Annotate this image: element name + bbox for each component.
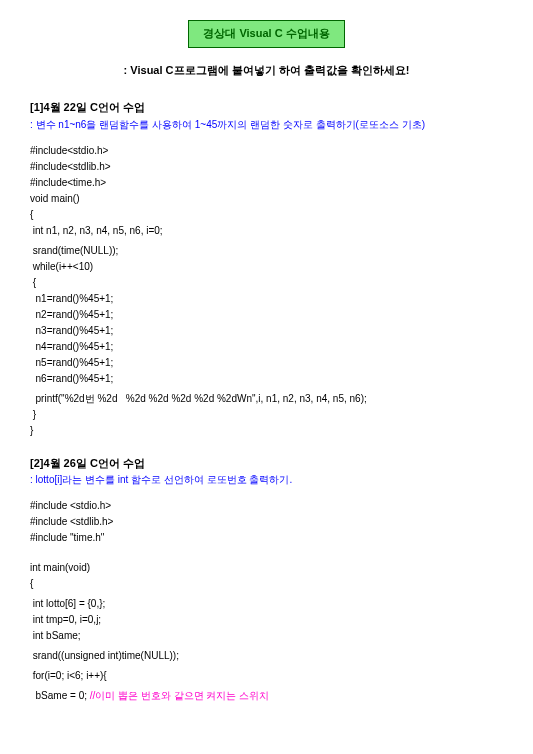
code-line: for(i=0; i<6; i++){	[30, 668, 503, 684]
code-line: printf("%2d번 %2d %2d %2d %2d %2d %2dWn",…	[30, 391, 503, 407]
code-line: n6=rand()%45+1;	[30, 371, 503, 387]
code-line: n3=rand()%45+1;	[30, 323, 503, 339]
code-line: int bSame;	[30, 628, 503, 644]
section2-desc: : lotto[i]라는 변수를 int 함수로 선언하여 로또번호 출력하기.	[30, 472, 503, 488]
code-line: {	[30, 275, 503, 291]
section1-heading: [1]4월 22일 C언어 수업	[30, 99, 503, 117]
section2-code: #include <stdio.h> #include <stdlib.h> #…	[30, 498, 503, 704]
code-line: n2=rand()%45+1;	[30, 307, 503, 323]
code-line: #include<stdlib.h>	[30, 159, 503, 175]
code-comment: //이미 뽑은 번호와 같으면 켜지는 스위치	[90, 690, 269, 701]
code-line: srand((unsigned int)time(NULL));	[30, 648, 503, 664]
code-line: #include<time.h>	[30, 175, 503, 191]
code-text: bSame = 0;	[30, 690, 90, 701]
subtitle: : Visual C프로그램에 붙여넣기 하여 출력값을 확인하세요!	[30, 62, 503, 80]
code-line: }	[30, 423, 503, 439]
code-line: #include <stdlib.h>	[30, 514, 503, 530]
page-title-box: 경상대 Visual C 수업내용	[188, 20, 344, 48]
page-title: 경상대 Visual C 수업내용	[203, 27, 329, 39]
code-line: #include "time.h"	[30, 530, 503, 546]
code-line: int main(void)	[30, 560, 503, 576]
code-line: int tmp=0, i=0,j;	[30, 612, 503, 628]
code-line: void main()	[30, 191, 503, 207]
code-line: {	[30, 207, 503, 223]
code-line: while(i++<10)	[30, 259, 503, 275]
code-line: n5=rand()%45+1;	[30, 355, 503, 371]
code-line: n1=rand()%45+1;	[30, 291, 503, 307]
code-line: #include <stdio.h>	[30, 498, 503, 514]
code-line: {	[30, 576, 503, 592]
section1-code: #include<stdio.h> #include<stdlib.h> #in…	[30, 143, 503, 439]
section2-heading: [2]4월 26일 C언어 수업	[30, 455, 503, 473]
code-line: #include<stdio.h>	[30, 143, 503, 159]
code-line: srand(time(NULL));	[30, 243, 503, 259]
code-line: int n1, n2, n3, n4, n5, n6, i=0;	[30, 223, 503, 239]
code-line: }	[30, 407, 503, 423]
code-line: bSame = 0; //이미 뽑은 번호와 같으면 켜지는 스위치	[30, 688, 503, 704]
code-line: int lotto[6] = {0,};	[30, 596, 503, 612]
code-line: n4=rand()%45+1;	[30, 339, 503, 355]
section1-desc: : 변수 n1~n6을 랜덤함수를 사용하여 1~45까지의 랜덤한 숫자로 출…	[30, 117, 503, 133]
